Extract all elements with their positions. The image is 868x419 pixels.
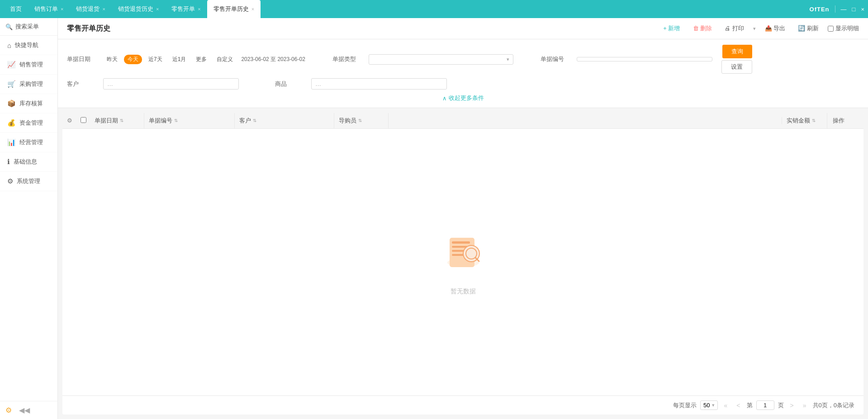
date-1month[interactable]: 近1月 bbox=[169, 55, 190, 64]
table-area: ⚙ 单据日期 ⇅ 单据编号 ⇅ 客户 ⇅ 导购员 ⇅ bbox=[62, 113, 863, 414]
collapse-sidebar-icon[interactable]: ◀◀ bbox=[19, 406, 30, 414]
toolbar: + 新增 🗑 删除 🖨 打印 ▾ 📤 导出 🔄 刷新 显示明细 bbox=[659, 23, 859, 34]
filter-area: 单据日期 昨天 今天 近7天 近1月 更多 自定义 2023-06-02 至 2… bbox=[58, 39, 868, 108]
pagination: 每页显示 50 ▾ « < 第 页 > » 共0页，0条记录 bbox=[62, 395, 863, 414]
col-date[interactable]: 单据日期 ⇅ bbox=[90, 113, 144, 128]
svg-rect-2 bbox=[452, 241, 470, 244]
col-action: 操作 bbox=[827, 113, 863, 128]
close-btn[interactable]: × bbox=[861, 6, 864, 13]
per-page-value: 50 bbox=[703, 402, 710, 409]
filter-row-2: 客户 … 商品 … bbox=[67, 78, 859, 89]
doc-no-label: 单据编号 bbox=[541, 55, 568, 63]
next-page-btn[interactable]: > bbox=[787, 401, 797, 410]
doc-type-select[interactable]: ▾ bbox=[369, 54, 513, 65]
sidebar-search-label: 搜索采单 bbox=[15, 23, 39, 31]
tab-sales-return-history[interactable]: 销货退货历史× bbox=[112, 0, 165, 18]
col-date-sort-icon: ⇅ bbox=[120, 118, 123, 123]
date-custom[interactable]: 自定义 bbox=[213, 55, 237, 64]
date-yesterday[interactable]: 昨天 bbox=[103, 55, 121, 64]
add-button[interactable]: + 新增 bbox=[659, 23, 683, 34]
sidebar-item-label-purchase-mgmt: 采购管理 bbox=[19, 80, 43, 88]
tab-sales-order[interactable]: 销售订单× bbox=[28, 0, 70, 18]
last-page-btn[interactable]: » bbox=[800, 401, 809, 410]
col-customer[interactable]: 客户 ⇅ bbox=[235, 113, 334, 128]
print-dropdown-icon[interactable]: ▾ bbox=[753, 26, 756, 32]
per-page-select[interactable]: 50 ▾ bbox=[700, 400, 717, 410]
col-salesperson[interactable]: 导购员 ⇅ bbox=[334, 113, 389, 128]
date-more[interactable]: 更多 bbox=[192, 55, 210, 64]
page-header: 零售开单历史 + 新增 🗑 删除 🖨 打印 ▾ 📤 导出 🔄 刷新 显示明细 bbox=[58, 18, 868, 39]
sidebar-item-label-finance-mgmt: 资金管理 bbox=[19, 119, 43, 127]
sidebar-item-label-operation-mgmt: 经营管理 bbox=[19, 138, 43, 146]
tab-close-sales-order[interactable]: × bbox=[61, 6, 63, 12]
tab-list: 首页销售订单×销货退货×销货退货历史×零售开单×零售开单历史× bbox=[4, 0, 261, 18]
date-shortcuts: 昨天 今天 近7天 近1月 更多 自定义 2023-06-02 至 2023-0… bbox=[103, 55, 305, 64]
col-amount[interactable]: 实销金额 ⇅ bbox=[782, 113, 827, 128]
delete-button[interactable]: 🗑 删除 bbox=[689, 23, 716, 34]
product-input[interactable]: … bbox=[311, 78, 447, 89]
col-customer-sort-icon: ⇅ bbox=[253, 118, 256, 123]
tab-close-sales-return[interactable]: × bbox=[102, 6, 105, 12]
settings-icon[interactable]: ⚙ bbox=[5, 406, 12, 414]
tab-close-retail-open[interactable]: × bbox=[198, 6, 200, 12]
date-today[interactable]: 今天 bbox=[124, 55, 142, 64]
sidebar-item-basic-info[interactable]: ℹ基础信息 bbox=[0, 152, 57, 172]
sidebar-item-system-mgmt[interactable]: ⚙系统管理 bbox=[0, 172, 57, 191]
display-column-checkbox[interactable] bbox=[828, 26, 834, 32]
operation-mgmt-icon: 📊 bbox=[7, 138, 16, 146]
col-no[interactable]: 单据编号 ⇅ bbox=[144, 113, 235, 128]
sales-mgmt-icon: 📈 bbox=[7, 61, 16, 69]
table-header: ⚙ 单据日期 ⇅ 单据编号 ⇅ 客户 ⇅ 导购员 ⇅ bbox=[62, 113, 863, 129]
date-filter-label: 单据日期 bbox=[67, 55, 94, 63]
table-select-all[interactable] bbox=[77, 117, 90, 124]
sidebar-search[interactable]: 🔍 搜索采单 bbox=[0, 18, 57, 36]
tab-close-sales-return-history[interactable]: × bbox=[156, 6, 159, 12]
search-icon: 🔍 bbox=[5, 24, 13, 30]
customer-input[interactable]: … bbox=[103, 78, 239, 89]
date-7days[interactable]: 近7天 bbox=[145, 55, 166, 64]
sidebar-item-operation-mgmt[interactable]: 📊经营管理 bbox=[0, 133, 57, 152]
product-filter-label: 商品 bbox=[275, 80, 302, 88]
sidebar-item-label-sales-mgmt: 销售管理 bbox=[19, 61, 43, 69]
display-column-label: 显示明细 bbox=[835, 24, 859, 33]
sidebar-item-finance-mgmt[interactable]: 💰资金管理 bbox=[0, 113, 57, 133]
table-settings-icon[interactable]: ⚙ bbox=[62, 117, 77, 124]
select-all-checkbox[interactable] bbox=[81, 117, 86, 123]
first-page-btn[interactable]: « bbox=[721, 401, 730, 410]
query-button[interactable]: 查询 bbox=[722, 45, 752, 58]
col-customer-label: 客户 bbox=[239, 117, 251, 125]
sidebar-item-sales-mgmt[interactable]: 📈销售管理 bbox=[0, 55, 57, 75]
customer-filter-label: 客户 bbox=[67, 80, 94, 88]
tab-retail-open-history[interactable]: 零售开单历史× bbox=[207, 0, 261, 18]
empty-illustration bbox=[441, 229, 486, 280]
doc-type-label: 单据类型 bbox=[332, 55, 360, 63]
set-button[interactable]: 设置 bbox=[721, 60, 752, 74]
doc-type-dropdown-icon: ▾ bbox=[507, 56, 509, 62]
tab-close-retail-open-history[interactable]: × bbox=[251, 6, 254, 12]
display-column-toggle[interactable]: 显示明细 bbox=[828, 24, 859, 33]
maximize-btn[interactable]: □ bbox=[852, 6, 856, 13]
sidebar-item-inventory[interactable]: 📦库存核算 bbox=[0, 94, 57, 113]
top-bar: 首页销售订单×销货退货×销货退货历史×零售开单×零售开单历史× OfTEn — … bbox=[0, 0, 868, 18]
refresh-button[interactable]: 🔄 刷新 bbox=[794, 23, 822, 34]
minimize-btn[interactable]: — bbox=[841, 6, 847, 13]
customer-placeholder: … bbox=[107, 80, 113, 87]
print-button[interactable]: 🖨 打印 bbox=[721, 23, 748, 34]
tab-sales-return[interactable]: 销货退货× bbox=[70, 0, 111, 18]
sidebar-item-purchase-mgmt[interactable]: 🛒采购管理 bbox=[0, 75, 57, 94]
collapse-label: 收起更多条件 bbox=[449, 94, 484, 102]
collapse-filter-btn[interactable]: ∧ 收起更多条件 bbox=[67, 94, 859, 102]
sidebar-item-quick-nav[interactable]: ⌂快捷导航 bbox=[0, 36, 57, 55]
export-button[interactable]: 📤 导出 bbox=[761, 23, 789, 34]
tab-retail-open[interactable]: 零售开单× bbox=[165, 0, 207, 18]
col-salesperson-sort-icon: ⇅ bbox=[358, 118, 362, 123]
col-amount-label: 实销金额 bbox=[787, 117, 810, 125]
page-number-input[interactable] bbox=[756, 400, 774, 410]
prev-page-btn[interactable]: < bbox=[734, 401, 743, 410]
finance-mgmt-icon: 💰 bbox=[7, 119, 16, 127]
date-range-display: 2023-06-02 至 2023-06-02 bbox=[241, 56, 305, 63]
sidebar-item-label-quick-nav: 快捷导航 bbox=[15, 41, 38, 49]
tab-home[interactable]: 首页 bbox=[4, 0, 28, 18]
doc-no-input[interactable] bbox=[577, 57, 712, 61]
page-label: 第 bbox=[747, 401, 753, 410]
